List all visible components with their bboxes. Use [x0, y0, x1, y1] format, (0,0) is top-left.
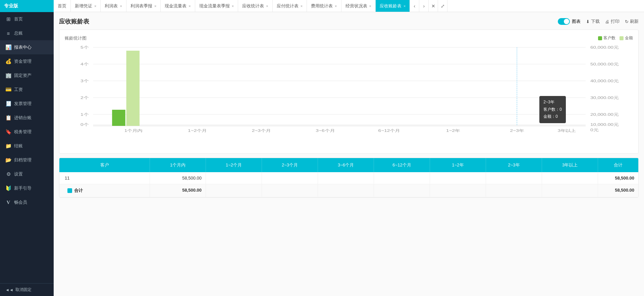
row-total: 58,500.00	[598, 172, 638, 184]
header-customer: 客户	[59, 158, 150, 172]
total-total: 58,500.00	[598, 184, 638, 197]
svg-text:20,000.00元: 20,000.00元	[590, 112, 619, 116]
svg-text:2~3年: 2~3年	[510, 129, 524, 133]
svg-text:2个: 2个	[80, 96, 89, 100]
tab-receivable-stat-close[interactable]: ×	[266, 4, 268, 8]
chart-toggle-label: 图表	[572, 18, 581, 24]
tab-new-voucher[interactable]: 新增凭证 ×	[71, 0, 101, 12]
total-y3plus	[542, 184, 598, 197]
svg-text:1个: 1个	[80, 112, 89, 116]
refresh-btn[interactable]: ↻ 刷新	[625, 18, 639, 24]
tab-new-voucher-close[interactable]: ×	[94, 4, 96, 8]
row-m3-6	[318, 172, 374, 184]
svg-text:4个: 4个	[80, 62, 89, 66]
sidebar-item-ledger[interactable]: ≡ 总账	[0, 26, 54, 40]
toggle-track[interactable]	[558, 18, 570, 25]
total-label: 合计	[62, 188, 147, 194]
tab-cashflow-close[interactable]: ×	[189, 4, 191, 8]
tab-expand-btn[interactable]: ⤢	[438, 0, 447, 12]
sidebar-unpin[interactable]: ◄◄ 取消固定	[0, 283, 54, 296]
header-m6-12: 6~12个月	[374, 158, 430, 172]
chart-container: 5个 4个 3个 2个 1个 0个 60,000.00元 50,000.00元 …	[65, 44, 633, 145]
total-m1-2	[206, 184, 262, 197]
tab-aging[interactable]: 应收账龄表 ×	[376, 0, 410, 12]
tab-operations-label: 经营状况表	[345, 3, 367, 9]
sidebar-label-payroll: 工资	[14, 87, 23, 93]
sidebar-item-payroll[interactable]: 💳 工资	[0, 83, 54, 97]
sidebar-item-sales[interactable]: 📋 进销台账	[0, 111, 54, 125]
sidebar-item-funds[interactable]: 💰 资金管理	[0, 54, 54, 68]
sidebar-item-member[interactable]: V 畅会员	[0, 195, 54, 209]
sidebar-item-home[interactable]: ⊞ 首页	[0, 12, 54, 26]
print-icon: 🖨	[605, 19, 609, 24]
sidebar-label-member: 畅会员	[14, 199, 27, 205]
chart-legend: 客户数 金额	[598, 35, 633, 41]
sidebar-item-assets[interactable]: 🏢 固定资产	[0, 68, 54, 83]
print-btn[interactable]: 🖨 打印	[605, 18, 620, 24]
tab-payable-stat-close[interactable]: ×	[301, 4, 303, 8]
sidebar-item-reports[interactable]: 📊 报表中心	[0, 40, 54, 54]
sidebar-item-archive[interactable]: 📂 归档管理	[0, 153, 54, 167]
tab-prev-btn[interactable]: ‹	[410, 0, 419, 12]
tab-profit-quarterly[interactable]: 利润表季报 ×	[126, 0, 161, 12]
home-icon: ⊞	[5, 16, 11, 22]
unpin-label: 取消固定	[15, 287, 32, 293]
sidebar-label-sales: 进销台账	[14, 115, 32, 121]
tab-expense-stat[interactable]: 费用统计表 ×	[307, 0, 341, 12]
tab-expense-stat-label: 费用统计表	[311, 3, 333, 9]
tab-receivable-stat-label: 应收统计表	[242, 3, 264, 9]
tab-profit[interactable]: 利润表 ×	[101, 0, 126, 12]
svg-text:1个月内: 1个月内	[124, 129, 143, 133]
download-icon: ⬇	[586, 19, 590, 24]
sidebar-item-tax[interactable]: 🔖 税务管理	[0, 125, 54, 139]
tab-receivable-stat[interactable]: 应收统计表 ×	[238, 0, 272, 12]
tab-cashflow-quarterly[interactable]: 现金流量表季报 ×	[195, 0, 238, 12]
tab-profit-label: 利润表	[105, 3, 118, 9]
chart-toggle[interactable]: 图表	[558, 18, 581, 25]
tab-close-all-btn[interactable]: ✕	[429, 0, 438, 12]
table-header: 客户 1个月内 1~2个月 2~3个月 3~6个月 6~12个月 1~2年 2~…	[59, 158, 638, 172]
tab-aging-label: 应收账龄表	[380, 3, 401, 9]
tab-cashflow[interactable]: 现金流量表 ×	[161, 0, 195, 12]
chart-svg: 5个 4个 3个 2个 1个 0个 60,000.00元 50,000.00元 …	[65, 44, 633, 138]
row-y1-2	[430, 172, 486, 184]
tab-aging-close[interactable]: ×	[404, 4, 406, 8]
page-header: 应收账龄表 图表 ⬇ 下载 🖨 打印 ↻ 刷新	[59, 17, 639, 26]
tab-operations[interactable]: 经营状况表 ×	[341, 0, 376, 12]
tab-expense-stat-close[interactable]: ×	[335, 4, 337, 8]
print-label: 打印	[611, 18, 620, 24]
tab-next-btn[interactable]: ›	[419, 0, 429, 12]
svg-text:5个: 5个	[80, 45, 89, 49]
total-m3-6	[318, 184, 374, 197]
sidebar-label-assets: 固定资产	[14, 72, 32, 79]
sidebar-item-invoice[interactable]: 🧾 发票管理	[0, 97, 54, 111]
ledger-icon: ≡	[5, 31, 11, 36]
sidebar-item-settings[interactable]: ⚙ 设置	[0, 167, 54, 181]
assets-icon: 🏢	[5, 72, 11, 79]
tab-new-voucher-label: 新增凭证	[75, 3, 92, 9]
svg-text:60,000.00元: 60,000.00元	[590, 45, 619, 49]
header-total: 合计	[598, 158, 638, 172]
bar-customer-1	[112, 110, 125, 126]
svg-text:3年以上: 3年以上	[558, 129, 576, 133]
tab-payable-stat[interactable]: 应付统计表 ×	[273, 0, 307, 12]
legend-customer: 客户数	[598, 35, 615, 41]
tab-cashflow-quarterly-close[interactable]: ×	[232, 4, 234, 8]
tab-profit-close[interactable]: ×	[120, 4, 122, 8]
tab-operations-close[interactable]: ×	[369, 4, 371, 8]
svg-text:0元: 0元	[590, 128, 598, 132]
refresh-icon: ↻	[625, 19, 629, 24]
sidebar-label-tax: 税务管理	[14, 129, 32, 135]
tab-profit-quarterly-label: 利润表季报	[130, 3, 152, 9]
sidebar-item-close[interactable]: 📁 结账	[0, 139, 54, 153]
svg-text:10,000.00元: 10,000.00元	[590, 122, 619, 127]
tab-home[interactable]: 首页	[54, 0, 71, 12]
data-table: 客户 1个月内 1~2个月 2~3个月 3~6个月 6~12个月 1~2年 2~…	[59, 158, 639, 198]
unpin-icon: ◄◄	[5, 288, 13, 292]
svg-text:2~3个月: 2~3个月	[252, 129, 271, 133]
main-content: 首页 新增凭证 × 利润表 × 利润表季报 × 现金流量表 × 现金流量表季报 …	[54, 0, 644, 296]
sidebar-item-guide[interactable]: 🔰 新手引导	[0, 181, 54, 195]
download-btn[interactable]: ⬇ 下载	[586, 18, 600, 24]
tab-profit-quarterly-close[interactable]: ×	[154, 4, 156, 8]
total-m6-12	[374, 184, 430, 197]
